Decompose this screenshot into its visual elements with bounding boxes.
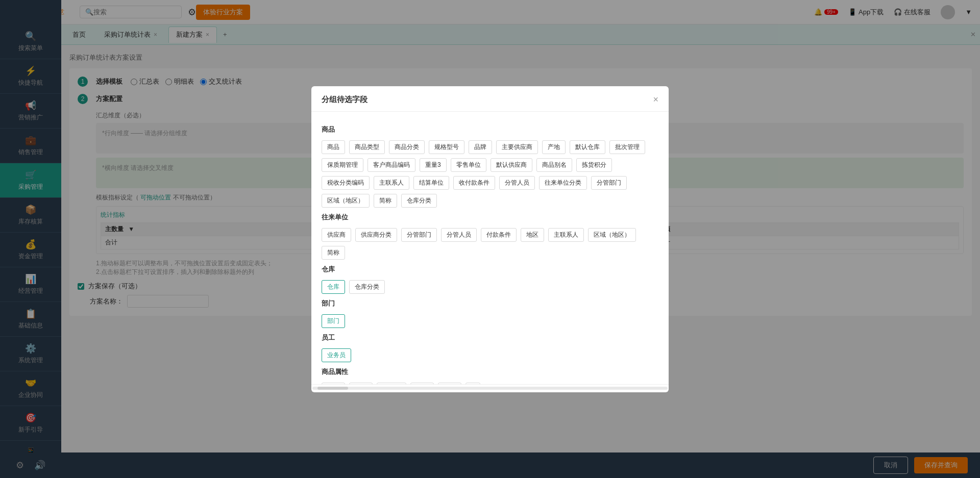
field-tag[interactable]: 品牌	[469, 140, 492, 154]
field-tag[interactable]: 仓库分类	[401, 194, 437, 208]
field-tag[interactable]: 商品分类	[389, 140, 425, 154]
section-title-warehouse: 仓库	[322, 265, 658, 276]
field-tag[interactable]: 零售单位	[451, 158, 486, 172]
field-tag[interactable]: 结算单位	[413, 176, 449, 190]
field-tag[interactable]: 区域（地区）	[588, 228, 636, 242]
field-tag[interactable]: 简称	[322, 246, 345, 260]
field-tag[interactable]: 拣货积分	[576, 158, 612, 172]
field-tag[interactable]: 客户商品编码	[368, 158, 415, 172]
field-tag[interactable]: 分管人员	[441, 228, 477, 242]
field-tag[interactable]: 分管人员	[499, 176, 535, 190]
section-title-department: 部门	[322, 299, 658, 310]
scrollbar-track	[312, 387, 668, 390]
field-grid-warehouse: 仓库仓库分类	[322, 280, 658, 294]
field-tag[interactable]: 批次管理	[609, 140, 645, 154]
field-tag[interactable]: 仓库分类	[349, 280, 385, 294]
modal-close-button[interactable]: ×	[653, 94, 658, 105]
modal-body: 商品商品商品类型商品分类规格型号品牌主要供应商产地默认仓库批次管理保质期管理客户…	[311, 112, 669, 385]
field-tag[interactable]: 分管部门	[591, 176, 627, 190]
modal-dialog: 分组待选字段 × 商品商品商品类型商品分类规格型号品牌主要供应商产地默认仓库批次…	[311, 86, 669, 392]
field-tag[interactable]: 主联系人	[548, 228, 584, 242]
field-grid-employee: 业务员	[322, 348, 658, 362]
field-tag[interactable]: 地区	[521, 228, 544, 242]
field-grid-goods: 商品商品类型商品分类规格型号品牌主要供应商产地默认仓库批次管理保质期管理客户商品…	[322, 140, 658, 208]
field-tag[interactable]: 区域（地区）	[322, 194, 370, 208]
field-tag[interactable]: 仓库	[322, 280, 345, 294]
field-tag[interactable]: 分管部门	[401, 228, 437, 242]
field-tag[interactable]: 往来单位分类	[539, 176, 587, 190]
field-tag[interactable]: 业务员	[322, 348, 351, 362]
field-tag[interactable]: 部门	[322, 314, 345, 328]
field-tag[interactable]: 商品别名	[536, 158, 572, 172]
field-tag[interactable]: 商品	[322, 140, 345, 154]
section-title-employee: 员工	[322, 333, 658, 344]
section-title-product-attr: 商品属性	[322, 367, 658, 379]
section-title-partner: 往来单位	[322, 213, 658, 224]
field-tag[interactable]: 产地	[542, 140, 566, 154]
field-tag[interactable]: 供应商	[322, 228, 351, 242]
field-tag[interactable]: 主要供应商	[496, 140, 538, 154]
field-tag[interactable]: 供应商分类	[355, 228, 397, 242]
section-title-goods: 商品	[322, 125, 658, 136]
field-tag[interactable]: 默认仓库	[570, 140, 605, 154]
field-tag[interactable]: 税收分类编码	[322, 176, 370, 190]
modal-header: 分组待选字段 ×	[311, 86, 669, 112]
field-tag[interactable]: 默认供应商	[491, 158, 532, 172]
modal-horizontal-scrollbar[interactable]	[311, 384, 669, 392]
field-tag[interactable]: 保质期管理	[322, 158, 363, 172]
modal-title: 分组待选字段	[322, 95, 368, 105]
scrollbar-thumb	[317, 387, 348, 390]
field-tag[interactable]: 付款条件	[481, 228, 517, 242]
field-tag[interactable]: 规格型号	[429, 140, 464, 154]
field-grid-partner: 供应商供应商分类分管部门分管人员付款条件地区主联系人区域（地区）简称	[322, 228, 658, 260]
field-tag[interactable]: 重量3	[420, 158, 447, 172]
field-tag[interactable]: 主联系人	[374, 176, 409, 190]
field-tag[interactable]: 商品类型	[349, 140, 385, 154]
field-tag[interactable]: 收付款条件	[453, 176, 495, 190]
field-tag[interactable]: 简称	[374, 194, 397, 208]
field-grid-department: 部门	[322, 314, 658, 328]
